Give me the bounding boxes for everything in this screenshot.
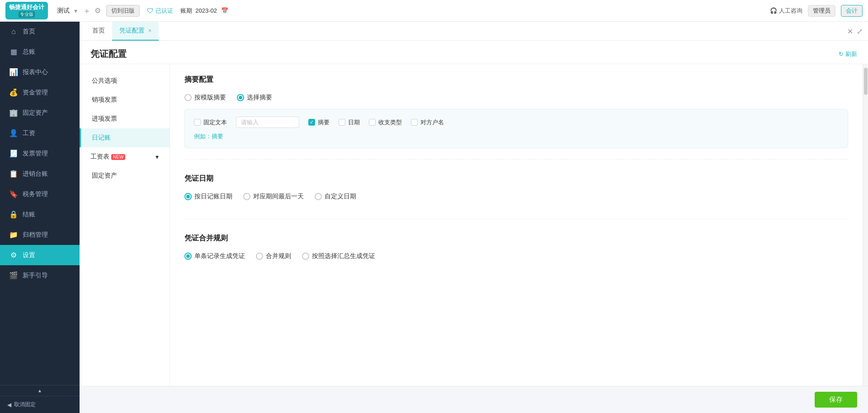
checkbox-counterparty[interactable]: 对方户名 bbox=[411, 118, 444, 127]
tab-home-label: 首页 bbox=[92, 27, 105, 35]
main-layout: ⌂ 首页 ▦ 总账 📊 报表中心 💰 资金管理 🏢 固定资产 👤 工资 bbox=[0, 22, 868, 413]
switch-old-version-button[interactable]: 切到旧版 bbox=[106, 5, 140, 17]
cancel-fixed-button[interactable]: ◀ 取消固定 bbox=[0, 396, 80, 413]
left-menu-item-sales-invoice[interactable]: 销项发票 bbox=[80, 90, 170, 109]
period-label: 账期 bbox=[180, 7, 192, 14]
settings-icon: ⚙ bbox=[9, 251, 18, 259]
radio-journal-date-circle bbox=[184, 193, 192, 200]
sidebar-item-reports[interactable]: 📊 报表中心 bbox=[0, 62, 80, 82]
left-menu-item-purchase-invoice[interactable]: 进项发票 bbox=[80, 109, 170, 128]
sidebar-item-closing[interactable]: 🔒 结账 bbox=[0, 204, 80, 225]
sidebar-label-closing: 结账 bbox=[23, 211, 35, 219]
sidebar-scroll-up-icon[interactable]: ▲ bbox=[37, 387, 43, 394]
radio-merge-rule[interactable]: 合并规则 bbox=[256, 252, 291, 260]
tab-home[interactable]: 首页 bbox=[85, 22, 112, 41]
radio-period-last-day[interactable]: 对应期间最后一天 bbox=[243, 192, 304, 201]
company-chevron-icon[interactable]: ▾ bbox=[74, 7, 77, 14]
left-menu-item-payroll[interactable]: 工资表NEW ▾ bbox=[80, 147, 170, 166]
logo: 畅捷通好会计 专业版 bbox=[5, 2, 48, 20]
checkbox-fixed-text-box bbox=[194, 119, 201, 126]
add-tab-icon[interactable]: ＋ bbox=[83, 5, 91, 16]
invoice-icon: 🧾 bbox=[9, 149, 18, 158]
tab-close-icon[interactable]: × bbox=[148, 28, 151, 34]
close-tab-icon[interactable]: ✕ bbox=[847, 27, 853, 35]
logo-sub-text: 专业版 bbox=[19, 11, 35, 18]
sidebar-item-assets[interactable]: 🏢 固定资产 bbox=[0, 103, 80, 123]
tab-voucher-config[interactable]: 凭证配置 × bbox=[112, 22, 159, 41]
radio-single-record[interactable]: 单条记录生成凭证 bbox=[184, 252, 245, 260]
sidebar-label-ledger: 总账 bbox=[23, 48, 35, 56]
left-menu-item-journal[interactable]: 日记账 bbox=[80, 128, 170, 147]
sidebar-item-archive[interactable]: 📁 归档管理 bbox=[0, 225, 80, 245]
maximize-icon[interactable]: ⤢ bbox=[857, 27, 863, 35]
sidebar-item-guide[interactable]: 🎬 新手引导 bbox=[0, 265, 80, 286]
topbar: 畅捷通好会计 专业版 测试 ▾ ＋ ⚙ 切到旧版 🛡 已认证 账期 2023-0… bbox=[0, 0, 868, 22]
fixed-text-input[interactable] bbox=[236, 117, 299, 128]
accountant-button[interactable]: 会计 bbox=[841, 5, 863, 17]
sidebar-label-sales: 进销台账 bbox=[23, 170, 48, 178]
shield-icon: 🛡 bbox=[147, 7, 154, 14]
guide-icon: 🎬 bbox=[9, 271, 18, 280]
sidebar-item-settings[interactable]: ⚙ 设置 bbox=[0, 245, 80, 265]
radio-summary-selected[interactable]: 按照选择汇总生成凭证 bbox=[302, 252, 375, 260]
funds-icon: 💰 bbox=[9, 88, 18, 97]
left-menu-item-public[interactable]: 公共选项 bbox=[80, 71, 170, 90]
scrollbar-thumb[interactable] bbox=[864, 68, 868, 95]
refresh-button[interactable]: ↻ 刷新 bbox=[839, 50, 857, 58]
calendar-icon[interactable]: 📅 bbox=[221, 7, 228, 14]
checkbox-date-box bbox=[339, 119, 345, 126]
gear-icon[interactable]: ⚙ bbox=[94, 6, 101, 15]
right-scroll-container: 摘要配置 按模版摘要 选择摘要 bbox=[170, 64, 868, 386]
period-value: 2023-02 bbox=[195, 7, 217, 14]
checkbox-summary[interactable]: 摘要 bbox=[308, 118, 330, 127]
sidebar-label-guide: 新手引导 bbox=[23, 272, 48, 280]
page-title: 凭证配置 bbox=[90, 48, 127, 60]
right-scrollbar[interactable] bbox=[863, 64, 868, 386]
sidebar-item-invoices[interactable]: 🧾 发票管理 bbox=[0, 143, 80, 164]
radio-custom-date-label: 自定义日期 bbox=[325, 192, 356, 201]
sidebar-label-assets: 固定资产 bbox=[23, 109, 48, 117]
save-button[interactable]: 保存 bbox=[815, 392, 857, 408]
admin-button[interactable]: 管理员 bbox=[808, 5, 835, 17]
sidebar-item-home[interactable]: ⌂ 首页 bbox=[0, 22, 80, 42]
sidebar-item-tax[interactable]: 🔖 税务管理 bbox=[0, 184, 80, 204]
checkbox-pay-type[interactable]: 收支类型 bbox=[369, 118, 402, 127]
sidebar-item-sales[interactable]: 📋 进销台账 bbox=[0, 164, 80, 184]
checkbox-summary-box bbox=[308, 119, 315, 126]
radio-template-summary-circle bbox=[184, 94, 192, 101]
consulting-button[interactable]: 🎧 人工咨询 bbox=[770, 7, 802, 15]
checkbox-date[interactable]: 日期 bbox=[339, 118, 360, 127]
sidebar-nav: ⌂ 首页 ▦ 总账 📊 报表中心 💰 资金管理 🏢 固定资产 👤 工资 bbox=[0, 22, 80, 385]
salary-icon: 👤 bbox=[9, 129, 18, 137]
consulting-label: 人工咨询 bbox=[779, 7, 802, 15]
headset-icon: 🎧 bbox=[770, 7, 777, 14]
checkbox-fixed-text[interactable]: 固定文本 bbox=[194, 118, 227, 127]
company-name: 测试 bbox=[57, 7, 70, 15]
topbar-right: 🎧 人工咨询 管理员 会计 bbox=[770, 5, 863, 17]
checkbox-summary-label: 摘要 bbox=[318, 118, 330, 127]
verified-text: 已认证 bbox=[156, 7, 173, 15]
sidebar-item-ledger[interactable]: ▦ 总账 bbox=[0, 42, 80, 62]
left-menu: 公共选项 销项发票 进项发票 日记账 工资表NEW ▾ bbox=[80, 64, 170, 386]
section-merge-rule: 凭证合并规则 单条记录生成凭证 合并规则 bbox=[184, 234, 848, 278]
tab-bar-actions: ✕ ⤢ bbox=[847, 27, 863, 35]
sidebar-label-settings: 设置 bbox=[23, 251, 35, 259]
radio-custom-date[interactable]: 自定义日期 bbox=[315, 192, 356, 201]
sidebar-item-funds[interactable]: 💰 资金管理 bbox=[0, 82, 80, 103]
radio-journal-date-label: 按日记账日期 bbox=[194, 192, 232, 201]
sidebar-item-salary[interactable]: 👤 工资 bbox=[0, 123, 80, 143]
radio-template-summary[interactable]: 按模版摘要 bbox=[184, 94, 226, 102]
radio-journal-date[interactable]: 按日记账日期 bbox=[184, 192, 232, 201]
archive-icon: 📁 bbox=[9, 230, 18, 239]
radio-select-summary-circle bbox=[237, 94, 244, 101]
closing-icon: 🔒 bbox=[9, 210, 18, 219]
verified-badge: 🛡 已认证 bbox=[147, 7, 173, 15]
radio-merge-rule-label: 合并规则 bbox=[266, 252, 291, 260]
radio-single-record-label: 单条记录生成凭证 bbox=[194, 252, 245, 260]
sidebar-label-reports: 报表中心 bbox=[23, 68, 48, 76]
radio-period-last-day-circle bbox=[243, 193, 250, 200]
radio-select-summary[interactable]: 选择摘要 bbox=[237, 94, 272, 102]
radio-period-last-day-label: 对应期间最后一天 bbox=[253, 192, 304, 201]
left-menu-item-fixed-assets[interactable]: 固定资产 bbox=[80, 166, 170, 185]
sidebar-label-tax: 税务管理 bbox=[23, 190, 48, 198]
